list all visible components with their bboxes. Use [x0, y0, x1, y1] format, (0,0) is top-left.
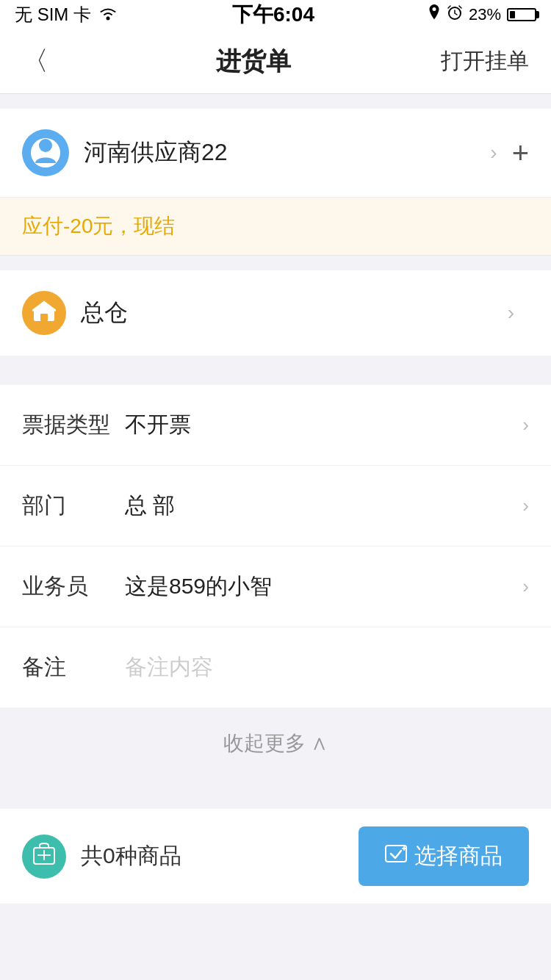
remark-label: 备注: [22, 652, 125, 682]
dept-value: 总 部: [125, 491, 522, 521]
product-icon-wrap: [22, 835, 66, 879]
collapse-row[interactable]: 收起更多 ∧: [0, 707, 551, 779]
form-section: 票据类型 不开票 › 部门 总 部 › 业务员 这是859的小智 › 备注 备注…: [0, 385, 551, 707]
remark-row[interactable]: 备注 备注内容: [0, 627, 551, 707]
notice-text: 应付-20元，现结: [22, 215, 175, 237]
select-product-button[interactable]: 选择商品: [359, 826, 529, 886]
product-count: 共0种商品: [81, 841, 344, 871]
no-sim-label: 无 SIM 卡: [15, 3, 91, 26]
ticket-label: 票据类型: [22, 410, 125, 440]
select-btn-label: 选择商品: [414, 841, 503, 871]
dept-label: 部门: [22, 491, 125, 521]
salesman-value: 这是859的小智: [125, 572, 522, 602]
svg-point-0: [107, 17, 110, 21]
status-left: 无 SIM 卡: [15, 3, 119, 26]
notice-bar: 应付-20元，现结: [0, 198, 551, 256]
section-gap-top: [0, 94, 551, 109]
supplier-chevron-icon: ›: [490, 141, 497, 165]
ticket-row[interactable]: 票据类型 不开票 ›: [0, 385, 551, 466]
product-icon: [32, 842, 56, 871]
wifi-icon: [97, 4, 119, 25]
salesman-row[interactable]: 业务员 这是859的小智 ›: [0, 547, 551, 627]
salesman-label: 业务员: [22, 572, 125, 602]
supplier-card: 河南供应商22 › + 应付-20元，现结: [0, 109, 551, 256]
status-time: 下午6:04: [232, 1, 314, 29]
svg-point-3: [39, 139, 52, 152]
bottom-bar: 共0种商品 选择商品: [0, 809, 551, 904]
back-button[interactable]: 〈: [22, 43, 66, 79]
supplier-avatar: [22, 129, 69, 176]
remark-placeholder[interactable]: 备注内容: [125, 652, 529, 682]
supplier-name: 河南供应商22: [84, 137, 490, 169]
battery-percent: 23%: [469, 5, 501, 24]
avatar-figure-icon: [34, 137, 57, 169]
svg-point-1: [432, 7, 436, 11]
ticket-chevron-icon: ›: [522, 414, 529, 436]
warehouse-icon-wrap: [22, 291, 66, 335]
open-pending-button[interactable]: 打开挂单: [441, 46, 529, 76]
select-product-icon: [385, 845, 407, 868]
warehouse-icon: [32, 300, 56, 326]
location-icon: [428, 4, 441, 25]
section-gap-3: [0, 356, 551, 370]
warehouse-chevron-icon: ›: [508, 301, 514, 325]
page-title: 进货单: [216, 45, 291, 79]
salesman-chevron-icon: ›: [522, 575, 529, 598]
warehouse-row[interactable]: 总仓 ›: [0, 270, 551, 356]
warehouse-name: 总仓: [81, 297, 508, 329]
ticket-value: 不开票: [125, 410, 522, 440]
status-right: 23%: [428, 4, 536, 25]
collapse-label: 收起更多 ∧: [223, 729, 328, 757]
dept-row[interactable]: 部门 总 部 ›: [0, 466, 551, 547]
dept-chevron-icon: ›: [522, 494, 529, 517]
main-content: 河南供应商22 › + 应付-20元，现结 总仓 ›: [0, 94, 551, 980]
section-gap-4: [0, 779, 551, 794]
nav-bar: 〈 进货单 打开挂单: [0, 29, 551, 94]
status-bar: 无 SIM 卡 下午6:04 23%: [0, 0, 551, 29]
battery-icon: [507, 8, 536, 21]
svg-rect-5: [40, 314, 48, 321]
section-gap-2: [0, 256, 551, 270]
add-button[interactable]: +: [512, 137, 529, 170]
alarm-icon: [447, 4, 463, 25]
supplier-row[interactable]: 河南供应商22 › +: [0, 109, 551, 198]
